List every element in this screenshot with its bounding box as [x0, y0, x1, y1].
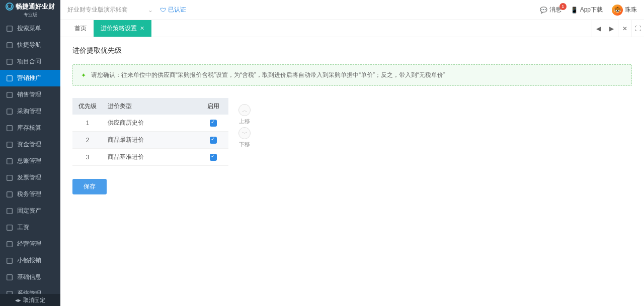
sidebar-item-1[interactable]: 快捷导航 — [0, 37, 60, 53]
col-enable: 启用 — [198, 98, 228, 115]
tab-active-label: 进价策略设置 — [101, 24, 137, 33]
move-down-button[interactable]: ﹀ — [238, 127, 251, 139]
table-row[interactable]: 3商品基准进价 — [72, 149, 228, 166]
table-row[interactable]: 1供应商历史价 — [72, 115, 228, 132]
table-row[interactable]: 2商品最新进价 — [72, 132, 228, 149]
cart-icon — [6, 91, 13, 98]
ledger-icon — [6, 158, 13, 165]
svg-rect-8 — [7, 158, 13, 164]
logo-block: 畅捷通好业财 专业版 — [0, 0, 60, 20]
svg-rect-2 — [7, 59, 13, 64]
tab-active[interactable]: 进价策略设置 ✕ — [94, 20, 151, 37]
messages-button[interactable]: 💬 消息 1 — [540, 6, 561, 14]
db-icon — [6, 125, 13, 132]
close-icon[interactable]: ✕ — [140, 25, 144, 32]
enable-checkbox[interactable] — [210, 137, 217, 144]
cell-priority: 3 — [72, 149, 103, 166]
sidebar-item-7[interactable]: 资金管理 — [0, 136, 60, 153]
svg-rect-9 — [7, 175, 13, 180]
svg-rect-13 — [7, 241, 13, 247]
col-type: 进价类型 — [103, 98, 198, 115]
sidebar-item-12[interactable]: 工资 — [0, 219, 60, 236]
enable-checkbox[interactable] — [210, 120, 217, 127]
sidebar-item-5[interactable]: 采购管理 — [0, 103, 60, 120]
sidebar-item-label: 快捷导航 — [17, 41, 41, 49]
svg-rect-5 — [7, 109, 13, 114]
svg-rect-4 — [7, 92, 13, 97]
sys-icon — [6, 290, 13, 294]
tab-home-label: 首页 — [74, 24, 87, 33]
sidebar-item-8[interactable]: 总账管理 — [0, 153, 60, 169]
info-banner: ✦ 请您确认：往来单位中的供应商“采购报价含税”设置，为“含税”，取到进价后将自… — [72, 64, 632, 86]
sidebar-item-label: 总账管理 — [17, 157, 41, 165]
brand-logo-icon — [6, 3, 14, 11]
sidebar-item-label: 基础信息 — [17, 273, 41, 281]
sidebar-item-label: 经营管理 — [17, 240, 41, 248]
chat-icon: 💬 — [540, 7, 547, 14]
tabs-prev-button[interactable]: ◀ — [592, 20, 605, 37]
phone-icon: 📱 — [571, 7, 578, 14]
sidebar-item-6[interactable]: 库存核算 — [0, 120, 60, 136]
account-select[interactable]: 好业财专业版演示账套 ⌄ — [67, 6, 158, 14]
mgmt-icon — [6, 241, 13, 248]
app-download-button[interactable]: 📱 App下载 — [571, 6, 603, 14]
avatar: 🐯 — [612, 5, 623, 16]
home-icon — [6, 42, 13, 49]
move-up-button[interactable]: ︿ — [238, 104, 251, 116]
verified-label: 已认证 — [168, 6, 186, 14]
sidebar-item-13[interactable]: 经营管理 — [0, 236, 60, 252]
sidebar: 畅捷通好业财 专业版 搜索菜单快捷导航项目合同营销推广销售管理采购管理库存核算资… — [0, 0, 60, 306]
cell-priority: 1 — [72, 115, 103, 132]
messages-badge: 1 — [559, 3, 567, 10]
verified-badge: 🛡 已认证 — [160, 6, 186, 14]
topbar: 好业财专业版演示账套 ⌄ 🛡 已认证 💬 消息 1 📱 App下载 🐯 珠珠 — [60, 0, 644, 20]
cell-priority: 2 — [72, 132, 103, 149]
sidebar-item-label: 资金管理 — [17, 140, 41, 149]
cell-type: 商品基准进价 — [103, 149, 198, 166]
sidebar-item-0[interactable]: 搜索菜单 — [0, 20, 60, 37]
pin-label: 取消固定 — [23, 296, 45, 304]
grid-icon — [6, 75, 13, 82]
sidebar-item-label: 工资 — [17, 223, 29, 232]
sidebar-item-11[interactable]: 固定资产 — [0, 202, 60, 219]
fullscreen-button[interactable]: ⛶ — [631, 20, 644, 37]
sidebar-item-label: 发票管理 — [17, 173, 41, 182]
svg-rect-3 — [7, 75, 13, 81]
sidebar-item-14[interactable]: 小畅报销 — [0, 252, 60, 269]
priority-table: 优先级 进价类型 启用 1供应商历史价2商品最新进价3商品基准进价 — [72, 98, 228, 166]
invoice-icon — [6, 174, 13, 181]
move-down-label: 下移 — [239, 141, 250, 148]
tabs-close-all-button[interactable]: ✕ — [618, 20, 631, 37]
info-text: 请您确认：往来单位中的供应商“采购报价含税”设置，为“含税”，取到进价后将自动带… — [91, 71, 445, 79]
pin-toggle[interactable]: ◂▸ 取消固定 — [0, 294, 60, 306]
svg-rect-15 — [7, 274, 13, 280]
app-download-label: App下载 — [580, 6, 603, 14]
enable-checkbox[interactable] — [210, 154, 217, 161]
sidebar-item-label: 小畅报销 — [17, 256, 41, 265]
sidebar-item-4[interactable]: 销售管理 — [0, 86, 60, 103]
move-up-label: 上移 — [239, 118, 250, 125]
sidebar-item-15[interactable]: 基础信息 — [0, 269, 60, 285]
cell-type: 商品最新进价 — [103, 132, 198, 149]
tabs-next-button[interactable]: ▶ — [605, 20, 618, 37]
reimb-icon — [6, 257, 13, 264]
tab-home[interactable]: 首页 — [67, 20, 94, 37]
sidebar-item-10[interactable]: 税务管理 — [0, 186, 60, 202]
content: 进价提取优先级 ✦ 请您确认：往来单位中的供应商“采购报价含税”设置，为“含税”… — [60, 37, 644, 306]
user-menu[interactable]: 🐯 珠珠 — [612, 5, 637, 16]
svg-rect-16 — [7, 291, 13, 294]
sidebar-item-3[interactable]: 营销推广 — [0, 70, 60, 86]
svg-rect-0 — [7, 26, 13, 31]
save-button[interactable]: 保存 — [72, 179, 107, 194]
brand-name: 畅捷通好业财 — [16, 2, 55, 11]
sidebar-item-label: 税务管理 — [17, 190, 41, 198]
svg-rect-7 — [7, 142, 13, 147]
sidebar-item-label: 采购管理 — [17, 107, 41, 116]
sidebar-item-9[interactable]: 发票管理 — [0, 169, 60, 186]
sidebar-item-label: 营销推广 — [17, 74, 41, 82]
box-icon — [6, 108, 13, 115]
svg-rect-14 — [7, 258, 13, 263]
tax-icon — [6, 191, 13, 198]
sidebar-item-2[interactable]: 项目合同 — [0, 53, 60, 70]
sidebar-item-16[interactable]: 系统管理 — [0, 285, 60, 294]
